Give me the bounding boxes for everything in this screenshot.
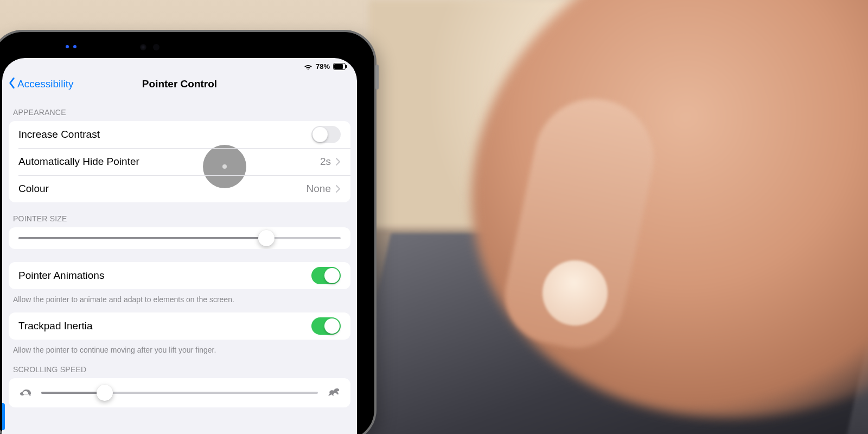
row-value: None (307, 183, 331, 195)
pointer-size-group (9, 227, 350, 249)
row-colour[interactable]: Colour None (9, 175, 350, 202)
footer-note-pointer-animations: Allow the pointer to animate and adapt t… (2, 289, 357, 307)
row-label: Increase Contrast (18, 129, 311, 141)
footer-note-trackpad-inertia: Allow the pointer to continue moving aft… (2, 340, 357, 358)
smart-connector-dots (66, 45, 76, 48)
row-value: 2s (320, 156, 331, 168)
toggle-pointer-animations[interactable] (311, 267, 341, 284)
chevron-right-icon (335, 184, 341, 193)
row-increase-contrast[interactable]: Increase Contrast (9, 121, 350, 148)
toggle-increase-contrast[interactable] (311, 126, 341, 143)
nav-bar: Accessibility Pointer Control (2, 72, 357, 96)
battery-percent: 78% (316, 62, 330, 71)
status-bar: 78% (2, 60, 357, 72)
appearance-group: Increase Contrast Automatically Hide Poi… (9, 121, 350, 202)
toggle-trackpad-inertia[interactable] (311, 317, 341, 335)
row-auto-hide-pointer[interactable]: Automatically Hide Pointer 2s (9, 148, 350, 175)
tortoise-icon (18, 388, 34, 398)
front-camera (140, 44, 146, 50)
hare-icon (326, 388, 341, 398)
row-label: Trackpad Inertia (18, 320, 311, 332)
pointer-animations-group: Pointer Animations (9, 262, 350, 289)
scroll-indicator (2, 403, 5, 430)
chevron-left-icon (8, 77, 16, 92)
slider-pointer-size[interactable] (18, 237, 341, 239)
page-title: Pointer Control (142, 78, 217, 90)
battery-icon (333, 63, 347, 70)
row-label: Colour (18, 183, 307, 195)
svg-rect-2 (346, 65, 347, 68)
section-header-appearance: APPEARANCE (2, 96, 357, 121)
section-header-pointer-size: POINTER SIZE (2, 202, 357, 227)
scrolling-speed-group (9, 378, 350, 407)
back-label: Accessibility (17, 78, 73, 90)
chevron-right-icon (335, 157, 341, 166)
row-label: Automatically Hide Pointer (18, 156, 320, 168)
row-trackpad-inertia[interactable]: Trackpad Inertia (9, 312, 350, 340)
svg-rect-1 (334, 64, 343, 69)
wifi-icon (304, 63, 312, 69)
back-button[interactable]: Accessibility (8, 77, 73, 92)
trackpad-inertia-group: Trackpad Inertia (9, 312, 350, 340)
row-pointer-animations[interactable]: Pointer Animations (9, 262, 350, 289)
ipad-device-frame: 78% Accessibility Pointer Control APPEAR… (0, 30, 376, 434)
slider-scrolling-speed[interactable] (41, 392, 318, 394)
row-label: Pointer Animations (18, 270, 311, 282)
screen: 78% Accessibility Pointer Control APPEAR… (2, 58, 357, 434)
section-header-scrolling-speed: SCROLLING SPEED (2, 358, 357, 378)
